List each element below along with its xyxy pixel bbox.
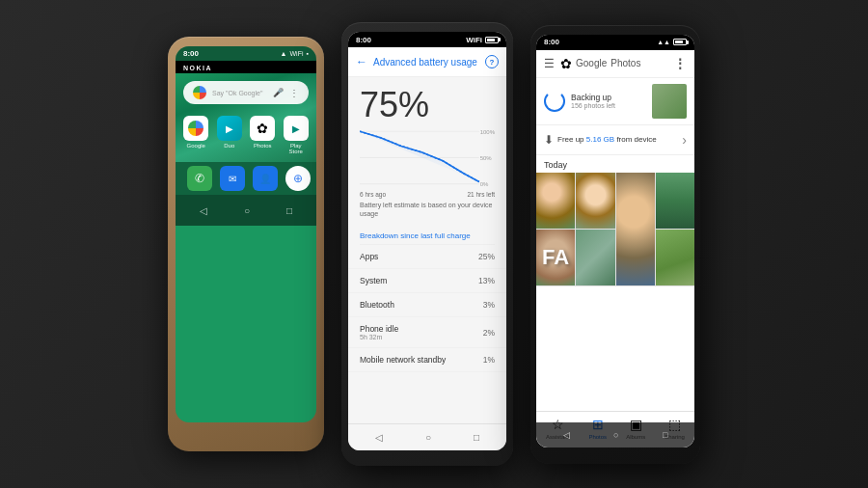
usage-phoneidle-pct: 2%	[483, 328, 495, 338]
backup-title: Backing up	[571, 93, 646, 102]
free-up-text: Free up 5.16 GB from device	[557, 135, 678, 144]
nokia-status-bar: 8:00 ▲ WiFi ▪	[176, 46, 316, 61]
back-arrow-icon[interactable]: ←	[356, 55, 367, 68]
chart-label-50: 50%	[480, 155, 495, 161]
backup-text: Backing up 156 photos left	[571, 93, 646, 109]
hamburger-menu-icon[interactable]: ☰	[544, 57, 555, 70]
recents-button[interactable]: □	[286, 205, 292, 216]
photos-status-icons: ▲▲	[657, 39, 687, 45]
breakdown-header: Breakdown since last full charge	[348, 226, 506, 244]
battery-nav-bar: ◁ ○ □	[348, 423, 506, 450]
usage-mobilestandby-label: Mobile network standby	[360, 355, 446, 365]
usage-row-phone-idle[interactable]: Phone idle 5h 32m 2%	[348, 317, 506, 348]
time-ago: 6 hrs ago	[360, 191, 386, 198]
chart-time-labels: 6 hrs ago 21 hrs left	[348, 191, 506, 198]
photos-sys-nav: ◁ ○ □	[536, 422, 694, 447]
app-people[interactable]: 👤	[253, 166, 278, 191]
mic-icon[interactable]: 🎤	[273, 88, 284, 97]
app-label-duo: Duo	[224, 143, 234, 149]
signal-icon: ▲	[281, 50, 287, 57]
photo-grid: FA	[536, 173, 694, 286]
app-playstore[interactable]: ▶ Play Store	[284, 116, 310, 154]
battery-icon	[485, 37, 499, 43]
photo-5[interactable]: FA	[536, 230, 575, 285]
back-button[interactable]: ◁	[200, 205, 207, 216]
battery-percentage: 75%	[348, 77, 506, 129]
battery-icon	[673, 39, 687, 45]
app-google[interactable]: Google	[183, 116, 209, 154]
usage-phoneidle-label: Phone idle	[360, 324, 398, 334]
sync-spinner-icon	[544, 91, 565, 112]
photo-1[interactable]	[536, 173, 575, 229]
phone-battery: 8:00 WiFi ← Advanced battery usage ? 75%	[341, 22, 513, 466]
usage-row-apps[interactable]: Apps 25%	[348, 245, 506, 269]
nokia-app-grid: Google ▶ Duo ✿ Photos	[176, 108, 316, 162]
nokia-search-bar[interactable]: Say "Ok Google" 🎤 ⋮	[183, 81, 309, 104]
app-photos[interactable]: ✿ Photos	[250, 116, 276, 154]
phone-nokia: 8:00 ▲ WiFi ▪ NOKIA Say "Ok Google" 🎤 ⋮	[168, 37, 324, 451]
recents-sys[interactable]: □	[663, 430, 667, 440]
google-wordmark: Google	[576, 58, 607, 68]
battery-status: ▪	[307, 50, 309, 57]
photo-6[interactable]	[576, 230, 614, 285]
backup-subtitle: 156 photos left	[571, 102, 646, 109]
usage-apps-pct: 25%	[478, 252, 495, 261]
wifi-icon: WiFi	[290, 50, 304, 57]
app-label-google: Google	[187, 143, 205, 149]
home-button[interactable]: ○	[244, 205, 250, 216]
free-up-row[interactable]: ⬇ Free up 5.16 GB from device ›	[536, 125, 694, 155]
google-photos-logo: ✿ Google Photos	[560, 56, 667, 71]
usage-system-pct: 13%	[478, 276, 495, 285]
battery-estimate-text: Battery left estimate is based on your d…	[348, 198, 506, 226]
app-phone[interactable]: ✆	[187, 166, 212, 191]
app-label-photos: Photos	[254, 143, 272, 149]
backup-status-row: Backing up 156 photos left	[536, 78, 694, 125]
app-messages[interactable]: ✉	[220, 166, 245, 191]
battery-time: 8:00	[356, 36, 371, 44]
today-section-header: Today	[536, 155, 694, 173]
battery-status-bar: 8:00 WiFi	[348, 32, 506, 47]
photo-2[interactable]	[576, 173, 614, 229]
photos-app-header: ☰ ✿ Google Photos ⋮	[536, 50, 694, 78]
dots-icon[interactable]: ⋮	[289, 88, 299, 98]
photo-7[interactable]	[656, 230, 694, 285]
chart-label-0: 0%	[480, 181, 495, 187]
arrow-right-icon: ›	[682, 132, 687, 148]
home-sys[interactable]: ○	[613, 430, 618, 440]
nokia-top-bar: NOKIA	[176, 61, 316, 73]
time-left: 21 hrs left	[467, 191, 495, 198]
app-chrome[interactable]: ⊕	[285, 166, 311, 191]
nokia-status-icons: ▲ WiFi ▪	[281, 50, 309, 57]
nokia-time: 8:00	[183, 49, 199, 58]
backup-thumbnail	[652, 84, 687, 119]
usage-mobilestandby-pct: 1%	[483, 355, 495, 365]
nokia-wallpaper: Say "Ok Google" 🎤 ⋮ Google ▶	[176, 73, 316, 162]
recents-nav[interactable]: □	[474, 432, 479, 443]
free-up-icon: ⬇	[544, 133, 554, 147]
overflow-menu-icon[interactable]: ⋮	[673, 56, 687, 71]
usage-system-label: System	[360, 276, 387, 285]
nokia-nav-bar: ◁ ○ □	[176, 195, 316, 226]
photos-wordmark: Photos	[610, 58, 640, 68]
usage-row-mobile-standby[interactable]: Mobile network standby 1%	[348, 348, 506, 372]
usage-row-bluetooth[interactable]: Bluetooth 3%	[348, 293, 506, 317]
usage-phoneidle-sub: 5h 32m	[360, 334, 398, 340]
usage-row-system[interactable]: System 13%	[348, 269, 506, 293]
nokia-bottom-dock: ✆ ✉ 👤 ⊕	[176, 162, 316, 195]
photo-3[interactable]	[616, 173, 655, 285]
chart-labels: 100% 50% 0%	[480, 129, 495, 187]
search-placeholder: Say "Ok Google"	[212, 90, 267, 96]
battery-header: ← Advanced battery usage ?	[348, 47, 506, 77]
battery-screen: 8:00 WiFi ← Advanced battery usage ? 75%	[348, 32, 506, 450]
app-label-playstore: Play Store	[284, 143, 310, 154]
home-nav[interactable]: ○	[425, 432, 431, 443]
nokia-brand: NOKIA	[183, 65, 212, 71]
photo-4[interactable]	[656, 173, 694, 229]
photos-screen: 8:00 ▲▲ ☰ ✿ Google Photos ⋮	[536, 35, 694, 447]
photos-time: 8:00	[544, 38, 559, 46]
help-icon[interactable]: ?	[485, 55, 499, 68]
google-g-logo	[193, 86, 206, 99]
back-sys[interactable]: ◁	[563, 430, 570, 440]
app-duo[interactable]: ▶ Duo	[217, 116, 243, 154]
back-nav[interactable]: ◁	[375, 432, 383, 443]
